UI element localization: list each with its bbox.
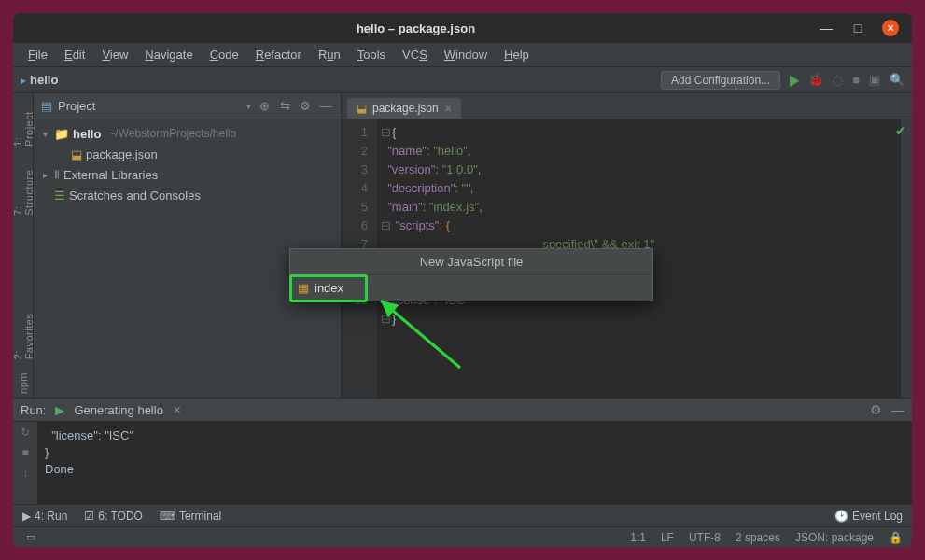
json-icon: ⬓ [71,147,82,161]
tool-todo[interactable]: ☑6: TODO [84,510,143,523]
status-bar: ▭ 1:1 LF UTF-8 2 spaces JSON: package 🔒 [13,526,912,547]
menu-vcs[interactable]: VCS [395,46,435,63]
hide-icon[interactable]: — [891,402,904,417]
line-num: 2 [347,142,368,161]
scrollbar[interactable] [901,119,912,398]
project-panel-title: Project [58,99,241,113]
tool-terminal[interactable]: ⌨Terminal [160,510,221,523]
left-tool-strip: 1: Project 7: Structure 2: Favorites npm [13,93,34,398]
status-line-ending[interactable]: LF [661,531,674,544]
close-tab-icon[interactable]: ✕ [444,104,452,114]
tool-eventlog[interactable]: 🕑Event Log [834,510,903,523]
menu-tools[interactable]: Tools [350,46,393,63]
ide-window: hello – package.json — □ × File Edit Vie… [13,13,912,547]
hide-icon[interactable]: — [318,99,333,113]
library-icon: ⫴ [54,167,60,182]
tab-favorites[interactable]: 2: Favorites [13,300,35,363]
run-toolbar: ↻ ■ ↓ [13,422,37,504]
menu-run[interactable]: Run [311,46,348,63]
tree-root[interactable]: ▾ 📁 hello ~/WebstormProjects/hello [34,123,341,144]
todo-icon: ☑ [84,510,94,523]
line-num: 4 [347,179,368,198]
titlebar: hello – package.json — □ × [13,13,912,43]
maximize-button[interactable]: □ [850,21,865,35]
menu-code[interactable]: Code [203,46,246,63]
stop-icon[interactable]: ■ [21,446,28,459]
json-icon: ⬓ [357,102,367,115]
tree-scratches[interactable]: ☰ Scratches and Consoles [34,185,341,205]
close-button[interactable]: × [882,20,899,36]
menu-navigate[interactable]: Navigate [137,46,200,63]
rerun-icon[interactable]: ↻ [21,426,30,439]
debug-icon[interactable]: 🐞 [808,73,823,87]
navbar: ▸ hello Add Configuration... ▶ 🐞 ◌ ■ ▣ 🔍 [13,67,912,93]
line-num: 5 [347,198,368,217]
editor-tab-package-json[interactable]: ⬓ package.json ✕ [347,98,461,119]
tool-run[interactable]: ▶4: Run [22,510,67,523]
status-indent[interactable]: 2 spaces [736,531,780,544]
chevron-down-icon[interactable]: ▾ [246,101,251,111]
add-configuration-button[interactable]: Add Configuration... [661,71,780,90]
folder-icon: 📁 [54,127,69,141]
menu-view[interactable]: View [94,46,135,63]
editor-tab-label: package.json [372,102,439,115]
tree-file-package-json[interactable]: ⬓ package.json [34,144,341,164]
tree-root-path: ~/WebstormProjects/hello [108,127,236,140]
menu-edit[interactable]: Edit [57,46,92,63]
chevron-down-icon: ▾ [39,129,50,139]
line-num: 1 [347,123,368,142]
main-area: 1: Project 7: Structure 2: Favorites npm… [13,93,912,398]
run-output[interactable]: "license": "ISC" } Done [37,422,912,504]
lock-icon[interactable]: 🔒 [889,531,903,544]
tree-file-label: package.json [86,147,158,161]
eventlog-icon: 🕑 [834,510,848,523]
menu-file[interactable]: File [21,46,55,63]
run-body: ↻ ■ ↓ "license": "ISC" } Done [13,422,912,504]
line-num: 6 [347,217,368,235]
bottom-panels: Run: ▶ Generating hello ✕ ⚙ — ↻ ■ ↓ "lic… [13,398,912,547]
minimize-button[interactable]: — [819,21,834,35]
locate-icon[interactable]: ⊕ [257,99,272,113]
tab-project[interactable]: 1: Project [13,97,35,150]
run-icon[interactable]: ▶ [790,72,799,89]
tree-external-libraries[interactable]: ▸ ⫴ External Libraries [34,164,341,185]
inspection-ok-icon: ✔ [895,123,906,138]
gear-icon[interactable]: ⚙ [870,402,882,417]
menu-window[interactable]: Window [437,46,495,63]
tab-npm[interactable]: npm [18,369,29,398]
down-icon[interactable]: ↓ [22,467,28,480]
tab-structure[interactable]: 7: Structure [13,156,35,219]
new-file-popup: New JavaScript file ▦ [289,248,653,301]
run-play-icon[interactable]: ▶ [55,403,64,417]
run-icon: ▶ [22,510,31,523]
tree-scratches-label: Scratches and Consoles [69,189,201,203]
run-task-label: Generating hello [74,403,162,417]
breadcrumb-label: hello [30,73,58,87]
layout-icon[interactable]: ▣ [869,73,880,87]
terminal-icon: ⌨ [160,510,175,523]
status-lang[interactable]: JSON: package [795,531,874,544]
menu-help[interactable]: Help [497,46,537,63]
window-controls: — □ × [819,20,912,36]
run-toolbar: ▶ 🐞 ◌ ■ ▣ 🔍 [790,73,904,87]
stop-icon[interactable]: ■ [852,73,860,87]
gear-icon[interactable]: ⚙ [298,99,313,113]
tool-window-bar: ▶4: Run ☑6: TODO ⌨Terminal 🕑Event Log [13,504,912,526]
editor-area: ⬓ package.json ✕ 1 2 3 4 5 6 7 10 11 [342,93,912,398]
coverage-icon[interactable]: ◌ [833,73,843,87]
close-icon[interactable]: ✕ [173,404,181,416]
js-file-icon: ▦ [298,281,309,295]
project-icon: ▤ [41,99,52,113]
tree-root-name: hello [73,127,101,141]
folder-icon: ▸ [21,74,26,87]
file-name-input[interactable] [315,281,645,295]
breadcrumb[interactable]: ▸ hello [21,73,58,87]
status-encoding[interactable]: UTF-8 [689,531,721,544]
tree-external-label: External Libraries [63,168,158,182]
search-icon[interactable]: 🔍 [890,73,904,87]
status-hint-icon[interactable]: ▭ [26,531,35,543]
expand-icon[interactable]: ⇆ [277,99,292,113]
menu-refactor[interactable]: Refactor [248,46,309,63]
chevron-right-icon: ▸ [39,170,50,180]
window-title: hello – package.json [13,21,819,35]
